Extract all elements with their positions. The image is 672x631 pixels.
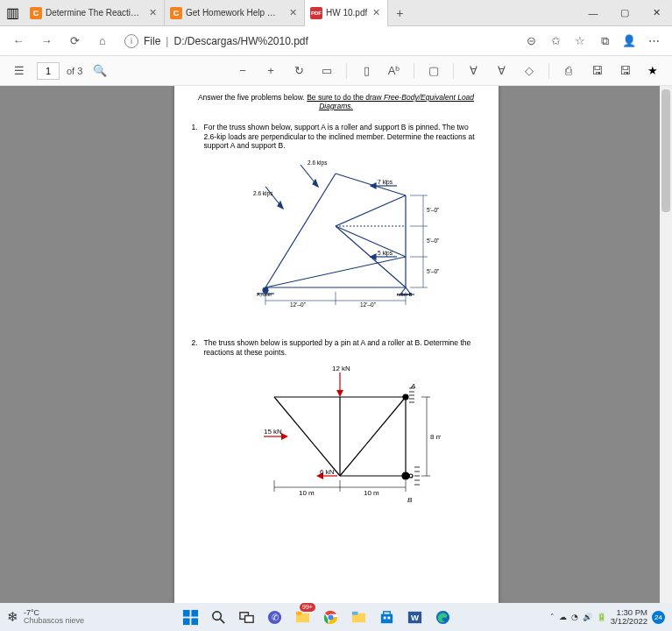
svg-point-53	[403, 394, 408, 400]
weather-widget[interactable]: ❄ -7°C Chubascos nieve	[7, 609, 84, 626]
search-taskbar-icon[interactable]	[206, 606, 232, 628]
tab-close-icon[interactable]: ✕	[371, 7, 382, 18]
problem-text: The truss shown below is supported by a …	[204, 338, 471, 357]
close-window-button[interactable]: ✕	[640, 0, 672, 26]
svg-line-3	[336, 195, 406, 226]
refresh-button[interactable]: ⟳	[63, 30, 86, 53]
zoom-out-button[interactable]: −	[232, 60, 253, 82]
tab-label: HW 10.pdf	[326, 8, 367, 18]
explorer-icon[interactable]: 99+	[290, 606, 316, 628]
profile-icon[interactable]: 👤	[618, 30, 640, 53]
erase-button[interactable]: ◇	[519, 60, 540, 82]
tab-close-icon[interactable]: ✕	[287, 7, 299, 18]
page-count-label: of 3	[67, 66, 82, 76]
collections-icon[interactable]: ⧉	[593, 30, 616, 53]
zoom-in-button[interactable]: +	[260, 60, 281, 82]
highlight-button[interactable]: ∀	[491, 60, 512, 82]
edge-icon[interactable]	[430, 606, 456, 628]
wifi-icon[interactable]: ◔	[571, 613, 578, 621]
rotate-button[interactable]: ↻	[288, 60, 309, 82]
fit-page-button[interactable]: ▭	[316, 60, 337, 82]
volume-icon[interactable]: 🔊	[583, 613, 592, 621]
scroll-thumb[interactable]	[661, 89, 670, 212]
read-aloud-button[interactable]: Aᵇ	[384, 60, 405, 82]
url-path: D:/Descargas/HW%2010.pdf	[173, 35, 308, 47]
new-tab-button[interactable]: +	[388, 0, 411, 26]
svg-text:12 kN: 12 kN	[332, 365, 350, 372]
svg-text:12'–0": 12'–0"	[360, 301, 377, 308]
weather-desc: Chubascos nieve	[24, 617, 84, 625]
notifications-badge[interactable]: 24	[652, 611, 665, 624]
tray-overflow-icon[interactable]: ˄	[550, 613, 555, 621]
chrome-icon[interactable]	[318, 606, 344, 628]
tab-chegg-1[interactable]: C Determine The Reaction At A An ✕	[25, 0, 165, 26]
tab-pdf[interactable]: PDF HW 10.pdf ✕	[305, 0, 388, 26]
saveas-button[interactable]: 🖫	[614, 60, 635, 82]
save-button[interactable]: 🖫	[586, 60, 607, 82]
svg-text:A,roller: A,roller	[257, 292, 272, 297]
favorites-icon[interactable]: ☆	[569, 30, 591, 53]
pin-toolbar-button[interactable]: ★	[642, 60, 663, 82]
readaloud-icon[interactable]: ✩	[544, 30, 567, 53]
truss-figure-2: 12 kN 15 kN 6 kN 10 m 10 m 8 m A B	[239, 362, 441, 520]
svg-text:2.6 kips: 2.6 kips	[308, 160, 328, 167]
tab-strip: ▥ C Determine The Reaction At A An ✕ C G…	[0, 0, 577, 26]
more-menu-icon[interactable]: ⋯	[642, 30, 665, 53]
word-icon[interactable]: W	[402, 606, 428, 628]
minimize-button[interactable]: —	[577, 0, 609, 26]
svg-rect-81	[183, 609, 190, 616]
svg-text:W: W	[411, 613, 419, 622]
vertical-scrollbar[interactable]	[660, 86, 672, 603]
problem-2: 2. The truss shown below is supported by…	[204, 338, 476, 520]
clock[interactable]: 1:30 PM 3/12/2022	[611, 608, 647, 626]
tab-actions-icon[interactable]: ▥	[0, 0, 25, 26]
forward-button[interactable]: →	[35, 30, 58, 53]
svg-text:roller B: roller B	[397, 292, 413, 297]
back-button[interactable]: ←	[7, 30, 30, 53]
contents-icon[interactable]: ☰	[9, 60, 30, 82]
maximize-button[interactable]: ▢	[609, 0, 640, 26]
file-explorer-icon[interactable]	[346, 606, 372, 628]
tab-close-icon[interactable]: ✕	[147, 7, 159, 18]
overflow-badge: 99+	[300, 603, 315, 612]
svg-line-7	[336, 174, 406, 195]
svg-rect-83	[183, 618, 190, 625]
svg-text:7 kips: 7 kips	[378, 179, 393, 186]
print-button[interactable]: ⎙	[558, 60, 579, 82]
url-scheme: File	[144, 35, 160, 47]
svg-text:6 kN: 6 kN	[320, 468, 335, 476]
truss-figure-1: 2.6 kips 2.6 kips 7 kips 5 kips 5'–0" 5'…	[239, 156, 441, 314]
svg-rect-98	[384, 611, 391, 614]
problem-number: 1.	[192, 123, 198, 132]
site-info-icon[interactable]: i	[124, 34, 138, 48]
url-separator: |	[166, 35, 168, 47]
svg-line-45	[340, 397, 406, 476]
draw-button[interactable]: ∀	[463, 60, 484, 82]
svg-rect-84	[192, 618, 199, 625]
pdf-search-icon[interactable]: 🔍	[89, 60, 110, 82]
add-text-button[interactable]: ▢	[423, 60, 444, 82]
svg-point-60	[409, 474, 413, 478]
home-button[interactable]: ⌂	[91, 30, 114, 53]
address-bar[interactable]: i File | D:/Descargas/HW%2010.pdf	[119, 34, 514, 48]
start-button[interactable]	[178, 606, 204, 628]
taskbar-center: ✆ 99+ W	[88, 606, 547, 628]
svg-rect-99	[384, 616, 386, 619]
svg-text:12'–0": 12'–0"	[290, 301, 307, 308]
problem-number: 2.	[192, 338, 198, 348]
tab-chegg-2[interactable]: C Get Homework Help With Cheg ✕	[165, 0, 305, 26]
chat-icon[interactable]: ✆	[262, 606, 288, 628]
store-icon[interactable]	[374, 606, 400, 628]
battery-icon[interactable]: 🔋	[597, 613, 606, 621]
favicon-chegg-icon: C	[30, 7, 42, 19]
task-view-icon[interactable]	[234, 606, 260, 628]
svg-marker-50	[281, 433, 288, 440]
date-label: 3/12/2022	[611, 617, 647, 626]
zoom-indicator-icon[interactable]: ⊝	[520, 30, 542, 53]
problem-text: For the truss shown below, support A is …	[204, 123, 475, 150]
svg-rect-100	[388, 616, 391, 619]
page-view-button[interactable]: ▯	[356, 60, 377, 82]
svg-text:✆: ✆	[272, 613, 279, 622]
page-number-input[interactable]	[37, 62, 60, 80]
onedrive-icon[interactable]: ☁	[559, 613, 567, 621]
